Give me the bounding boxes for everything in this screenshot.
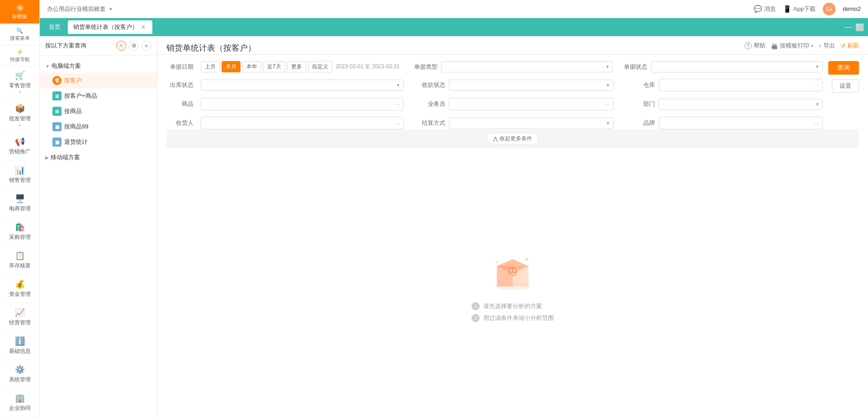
sidebar-quicknav[interactable]: ⚡ 快捷导航: [0, 46, 39, 66]
scheme-item-by-customer[interactable]: 客 按客户: [40, 73, 157, 88]
right-panel: 销货单统计表（按客户） ? 帮助 🖨️ 按模板打印 ▾ ↑ 导出: [157, 36, 868, 418]
right-buttons: 查询 设置: [828, 61, 859, 93]
sidebar: 畅 标橙版 🔍 搜索菜单 ⚡ 快捷导航 🛒 零售管理 ▼ 📦 批发管理 ▲ 📢 …: [0, 0, 40, 418]
doc-type-label: 单据类型: [410, 63, 438, 71]
sales-icon: 📊: [15, 165, 25, 175]
sidebar-item-ecommerce[interactable]: 🖥️ 电商管理: [0, 189, 39, 218]
date-btn-this-month[interactable]: 本月: [222, 61, 241, 72]
scheme-item-label: 按客户+商品: [64, 92, 97, 100]
filter-area: 单据日期 上月 本月 本年 近7天 更多 自定义 2023-03-01 至 20…: [157, 55, 868, 152]
sidebar-search[interactable]: 🔍 搜索菜单: [0, 24, 39, 46]
tab-maximize-icon[interactable]: ⬜: [855, 23, 864, 32]
page-title: 销货单统计表（按客户）: [166, 43, 256, 53]
scheme-item-by-goods-99[interactable]: ▦ 按商品99: [40, 119, 157, 134]
settings-button[interactable]: 设置: [832, 79, 859, 93]
warehouse-input[interactable]: ···: [659, 79, 823, 91]
collapse-button[interactable]: ⋀ 收起更多条件: [487, 133, 538, 144]
tab-home[interactable]: 首页: [43, 20, 66, 34]
message-action[interactable]: 💬 消息: [754, 5, 776, 13]
purchase-icon: 🛍️: [15, 222, 25, 232]
add-scheme-button[interactable]: +: [116, 41, 126, 51]
dept-select[interactable]: ▾: [659, 99, 823, 110]
sidebar-item-finance[interactable]: 💰 资金管理: [0, 275, 39, 303]
doc-status-arrow-icon: ▾: [816, 64, 819, 70]
system-name: 办公用品行业模拟账套: [47, 5, 106, 13]
chevron-down-icon: ▼: [45, 64, 50, 69]
empty-msg-text-2: 用过滤条件来缩小分析范围: [483, 314, 554, 322]
sidebar-item-label: 营销推广: [9, 148, 31, 156]
page-actions: ? 帮助 🖨️ 按模板打印 ▾ ↑ 导出 ↺ 刷新: [745, 42, 859, 54]
inventory-icon: 📋: [15, 251, 25, 261]
collapse-label: 收起更多条件: [500, 135, 532, 142]
settlement-select[interactable]: ▾: [449, 118, 613, 129]
sidebar-item-operation[interactable]: 📈 经营管理: [0, 303, 39, 332]
empty-state: ✦ ✦ 1 请先选择要分析的方案 2 用过滤条件来缩小分析范围: [157, 152, 868, 418]
receipt-status-select[interactable]: ▾: [449, 80, 613, 91]
sidebar-item-system[interactable]: ⚙️ 系统管理: [0, 360, 39, 389]
salesman-input[interactable]: ···: [449, 98, 613, 110]
scheme-item-label: 按客户: [64, 76, 82, 85]
user-avatar[interactable]: Ea: [823, 3, 835, 15]
sidebar-item-wholesale[interactable]: 📦 批发管理 ▲: [0, 99, 39, 132]
sidebar-item-label: 基础信息: [9, 347, 31, 355]
brand-dots-icon: ···: [813, 119, 819, 127]
sidebar-item-retail[interactable]: 🛒 零售管理 ▼: [0, 66, 39, 99]
scheme-item-return-stat[interactable]: ▦ 退货统计: [40, 134, 157, 150]
print-action[interactable]: 🖨️ 按模板打印 ▾: [771, 42, 813, 50]
doc-type-select[interactable]: ▾: [441, 61, 613, 72]
sidebar-item-label: 库存核算: [9, 262, 31, 270]
out-status-arrow-icon: ▾: [397, 82, 400, 88]
svg-point-6: [508, 267, 517, 276]
tab-close-icon[interactable]: ✕: [140, 24, 147, 31]
tab-bar: 首页 销货单统计表（按客户） ✕ — ⬜: [40, 18, 868, 36]
sidebar-item-basic[interactable]: ℹ️ 基础信息: [0, 332, 39, 360]
date-btn-more[interactable]: 更多: [287, 61, 306, 72]
by-goods-99-icon: ▦: [52, 122, 61, 131]
help-label: 帮助: [754, 42, 765, 50]
logo-text: 标橙版: [12, 13, 27, 20]
help-icon: ?: [745, 42, 752, 49]
doc-status-select[interactable]: ▾: [651, 61, 823, 72]
date-btn-last-month[interactable]: 上月: [201, 61, 220, 72]
refresh-icon: ↺: [840, 43, 845, 49]
app-download-action[interactable]: 📱 App下载: [783, 5, 816, 13]
collapse-bar[interactable]: ⋀ 收起更多条件: [166, 129, 859, 148]
refresh-label: 刷新: [847, 42, 859, 50]
scheme-settings-button[interactable]: ⚙: [129, 41, 139, 51]
tab-bar-actions: — ⬜: [844, 23, 864, 32]
help-action[interactable]: ? 帮助: [745, 42, 765, 50]
tab-minimize-icon[interactable]: —: [844, 23, 852, 31]
svg-point-8: [514, 270, 515, 271]
date-btn-last7[interactable]: 近7天: [263, 61, 285, 72]
sidebar-item-inventory[interactable]: 📋 库存核算: [0, 246, 39, 275]
mobile-scheme-section: ▶ 移动端方案: [40, 151, 157, 164]
print-label: 按模板打印: [780, 42, 809, 50]
scheme-item-by-goods[interactable]: ⊞ 按商品: [40, 104, 157, 119]
sidebar-item-enterprise[interactable]: 🏢 企业协同: [0, 389, 39, 417]
sidebar-item-marketing[interactable]: 📢 营销推广: [0, 132, 39, 161]
receipt-status-label: 收款状态: [418, 81, 445, 89]
doc-status-label: 单据状态: [620, 63, 647, 71]
left-panel: 按以下方案查询 + ⚙ « ▼ 电脑端方案 客 按客户: [40, 36, 157, 418]
wholesale-icon: 📦: [15, 104, 25, 114]
desktop-scheme-header[interactable]: ▼ 电脑端方案: [40, 59, 157, 73]
header-dropdown-icon[interactable]: ▾: [109, 6, 112, 12]
return-stat-icon: ▦: [52, 138, 61, 147]
scheme-item-label: 按商品99: [64, 123, 88, 131]
goods-input[interactable]: ···: [201, 98, 404, 110]
user-name[interactable]: demo2: [843, 5, 861, 12]
query-button[interactable]: 查询: [828, 61, 859, 75]
out-status-select[interactable]: ▾: [201, 80, 404, 91]
mobile-scheme-header[interactable]: ▶ 移动端方案: [45, 153, 151, 162]
brand-input[interactable]: ···: [659, 117, 823, 129]
tab-sales-stat[interactable]: 销货单统计表（按客户） ✕: [68, 20, 152, 34]
date-btn-custom[interactable]: 自定义: [308, 61, 332, 72]
sidebar-item-purchase[interactable]: 🛍️ 采购管理: [0, 218, 39, 246]
sidebar-item-sales[interactable]: 📊 销售管理: [0, 161, 39, 189]
panel-collapse-button[interactable]: «: [142, 41, 151, 51]
export-action[interactable]: ↑ 导出: [819, 42, 835, 50]
refresh-action[interactable]: ↺ 刷新: [840, 42, 859, 50]
scheme-item-by-customer-goods[interactable]: ⊞ 按客户+商品: [40, 88, 157, 104]
date-btn-this-year[interactable]: 本年: [242, 61, 261, 72]
receiver-input[interactable]: ···: [201, 117, 404, 129]
